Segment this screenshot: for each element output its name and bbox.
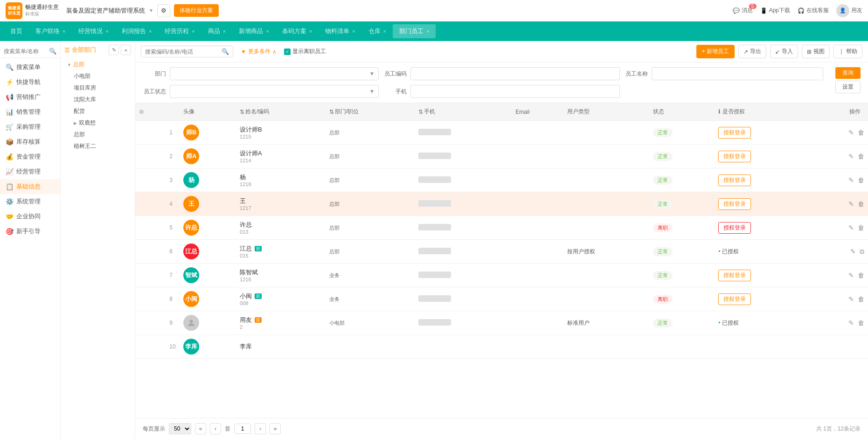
dept-node-shuanglu[interactable]: ▶ 双鹿想 (71, 117, 131, 129)
help-button[interactable]: ｜ 帮助 (833, 45, 862, 58)
nav-tab-goods[interactable]: 商品 × (201, 24, 232, 38)
dept-tree-collapse-btn[interactable]: « (121, 45, 131, 55)
close-dept-staff-icon[interactable]: × (426, 28, 429, 34)
show-resign-toggle[interactable]: ✓ 显示离职员工 (284, 48, 326, 56)
sidebar-item-search[interactable]: 🔍 搜索菜单 (0, 60, 60, 75)
sidebar-item-marketing[interactable]: 📢 营销推广 (0, 90, 60, 105)
dept-node-shenyang[interactable]: 沈阳大库 (71, 94, 131, 105)
edit-btn-2[interactable]: ✎ (848, 153, 854, 160)
sidebar-item-quicknav[interactable]: ⚡ 快捷导航 (0, 75, 60, 90)
view-button[interactable]: ⊞ 视图 (802, 45, 830, 58)
prev-page-button[interactable]: ‹ (210, 423, 221, 434)
user-menu[interactable]: 👤 用友 (836, 4, 862, 17)
online-service-button[interactable]: 🎧 在线客服 (798, 7, 829, 14)
sidebar-item-inventory[interactable]: 📦 库存核算 (0, 134, 60, 149)
nav-tab-home[interactable]: 首页 (4, 24, 29, 38)
delete-btn-2[interactable]: 🗑 (858, 153, 864, 160)
nav-tab-warehouse[interactable]: 仓库 × (362, 24, 393, 38)
nav-tab-customers[interactable]: 客户联络 × (29, 24, 72, 38)
nav-tab-barcode[interactable]: 条码方案 × (276, 24, 319, 38)
edit-btn-6[interactable]: ✎ (850, 248, 856, 255)
page-size-select[interactable]: 50 (169, 423, 191, 434)
close-profit-icon[interactable]: × (149, 28, 152, 34)
delete-btn-5[interactable]: 🗑 (858, 224, 864, 231)
name-sort-header[interactable]: ⇅ 姓名/编码 (240, 108, 322, 116)
col-settings-icon[interactable]: ⚙ (139, 109, 144, 115)
page-number-input[interactable] (234, 424, 251, 434)
sidebar-item-operations-mgmt[interactable]: 📈 经营管理 (0, 164, 60, 179)
edit-btn-5[interactable]: ✎ (848, 224, 854, 231)
filter-dept-select[interactable]: ▼ (170, 67, 379, 80)
edit-btn-3[interactable]: ✎ (848, 176, 854, 184)
delete-btn-4[interactable]: 🗑 (858, 200, 864, 208)
auth-btn-3[interactable]: 授权登录 (718, 174, 751, 186)
nav-tab-operations[interactable]: 经营情况 × (72, 24, 115, 38)
sidebar-item-system[interactable]: ⚙️ 系统管理 (0, 194, 60, 209)
edit-btn-7[interactable]: ✎ (848, 272, 854, 279)
phone-sort-header[interactable]: ⇅ 手机 (418, 108, 508, 116)
last-page-button[interactable]: » (270, 423, 281, 434)
sidebar-item-purchase[interactable]: 🛒 采购管理 (0, 119, 60, 134)
export-button[interactable]: ↗ 导出 (738, 45, 766, 58)
dept-node-xiaodian[interactable]: 小电部 (71, 70, 131, 82)
more-filter-button[interactable]: ▼ 更多条件 ∧ (237, 46, 280, 57)
sidebar-item-basic-info[interactable]: 📋 基础信息 (0, 179, 60, 194)
th-settings[interactable]: ⚙ (135, 103, 166, 121)
auth-btn-4[interactable]: 授权登录 (718, 198, 751, 210)
import-button[interactable]: ↙ 导入 (770, 45, 798, 58)
nav-tab-bom[interactable]: 物料清单 × (319, 24, 361, 38)
settings-button[interactable]: 设置 (835, 81, 861, 93)
delete-btn-7[interactable]: 🗑 (858, 272, 864, 279)
message-button[interactable]: 💬 消息 5 (733, 7, 753, 14)
close-warehouse-icon[interactable]: × (383, 28, 386, 34)
auth-btn-7[interactable]: 授权登录 (718, 270, 751, 281)
staff-search-input[interactable] (145, 49, 220, 55)
auth-btn-1[interactable]: 授权登录 (718, 127, 751, 139)
auth-btn-5[interactable]: 授权登录 (718, 222, 751, 234)
edit-btn-9[interactable]: ✎ (848, 319, 854, 327)
edit-btn-8[interactable]: ✎ (848, 295, 854, 303)
copy-btn-6[interactable]: ⧉ (860, 248, 864, 256)
query-button[interactable]: 查询 (835, 67, 861, 79)
sidebar-search-input[interactable] (4, 48, 47, 55)
filter-empname-input[interactable] (652, 67, 823, 80)
delete-btn-8[interactable]: 🗑 (858, 295, 864, 303)
close-add-goods-icon[interactable]: × (266, 28, 269, 34)
next-page-button[interactable]: › (255, 423, 266, 434)
edit-btn-1[interactable]: ✎ (848, 129, 854, 136)
nav-tab-dept-staff[interactable]: 部门员工 × (393, 24, 436, 38)
filter-status-select[interactable]: ▼ (170, 85, 379, 98)
nav-tab-add-goods[interactable]: 新增商品 × (232, 24, 275, 38)
sidebar-item-guide[interactable]: 🎯 新手引导 (0, 224, 60, 239)
dept-tree-edit-btn[interactable]: ✎ (109, 45, 119, 55)
dept-node-zhishu[interactable]: 植树王二 (71, 140, 131, 152)
dept-sort-header[interactable]: ⇅ 部门/职位 (329, 108, 411, 116)
dept-node-pei[interactable]: 配货 (71, 105, 131, 117)
delete-btn-1[interactable]: 🗑 (858, 129, 864, 136)
delete-btn-9[interactable]: 🗑 (858, 319, 864, 327)
delete-btn-3[interactable]: 🗑 (858, 176, 864, 184)
app-download-button[interactable]: 📱 App下载 (760, 7, 790, 14)
close-goods-icon[interactable]: × (223, 28, 226, 34)
sidebar-item-sales[interactable]: 📊 销售管理 (0, 105, 60, 119)
close-bom-icon[interactable]: × (352, 28, 355, 34)
try-industry-button[interactable]: 体验行业方案 (174, 4, 219, 17)
filter-empcode-input[interactable] (410, 67, 619, 80)
settings-gear-button[interactable]: ⚙ (157, 4, 170, 17)
first-page-button[interactable]: « (195, 423, 206, 434)
add-staff-button[interactable]: + 新增员工 (696, 45, 735, 58)
sidebar-item-enterprise[interactable]: 🤝 企业协同 (0, 209, 60, 224)
sidebar-item-finance[interactable]: 💰 资金管理 (0, 149, 60, 164)
filter-phone-input[interactable] (410, 85, 619, 98)
nav-tab-profit[interactable]: 利润报告 × (115, 24, 158, 38)
dept-node-headquarters[interactable]: ▼ 总部 (64, 59, 131, 70)
edit-btn-4[interactable]: ✎ (848, 200, 854, 208)
auth-btn-8[interactable]: 授权登录 (718, 293, 751, 305)
nav-tab-history[interactable]: 经营历程 × (158, 24, 201, 38)
close-history-icon[interactable]: × (192, 28, 194, 34)
close-operations-icon[interactable]: × (105, 28, 108, 34)
close-barcode-icon[interactable]: × (309, 28, 312, 34)
auth-btn-2[interactable]: 授权登录 (718, 151, 751, 162)
title-dropdown-icon[interactable]: ▼ (149, 8, 153, 13)
dept-node-project[interactable]: 项目库房 (71, 82, 131, 94)
